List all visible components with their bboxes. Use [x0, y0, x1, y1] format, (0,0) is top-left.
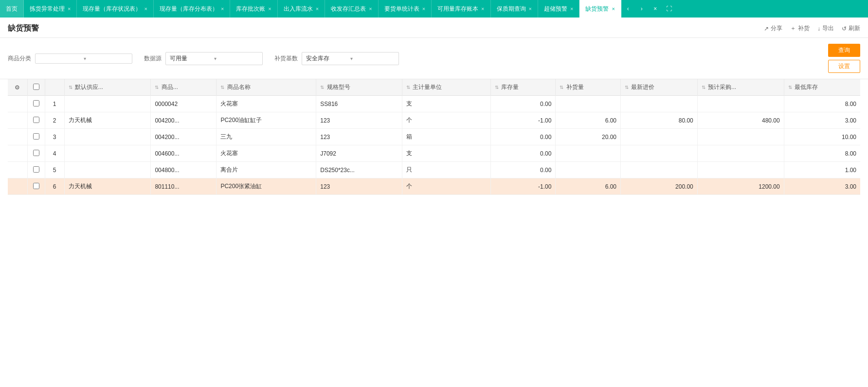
row-checkbox-cell[interactable]	[27, 112, 45, 129]
gear-icon: ⚙	[15, 84, 20, 91]
close-tab-requisition-stats[interactable]: ×	[422, 6, 425, 12]
row-checkbox-cell[interactable]	[27, 145, 45, 162]
tab-receive-summary[interactable]: 收发存汇总表 ×	[325, 0, 378, 18]
row-estimated-purchase	[697, 145, 784, 162]
close-tab-receive-summary[interactable]: ×	[369, 6, 372, 12]
tab-overstock-warning[interactable]: 超储预警 ×	[538, 0, 579, 18]
col-header-min-stock[interactable]: ⇅ 最低库存	[784, 79, 860, 96]
row-spec: SS816	[316, 96, 402, 112]
row-checkbox[interactable]	[33, 100, 39, 106]
tab-expiry-query[interactable]: 保质期查询 ×	[491, 0, 538, 18]
row-checkbox[interactable]	[33, 183, 39, 189]
row-product-code: 0000042	[151, 96, 217, 112]
row-checkbox-cell[interactable]	[27, 129, 45, 145]
row-gear-cell	[8, 112, 27, 129]
export-button[interactable]: ↓ 导出	[817, 24, 834, 33]
tab-batch-account[interactable]: 库存批次账 ×	[230, 0, 277, 18]
replenish-base-label: 补货基数	[274, 54, 298, 63]
row-min-stock: 3.00	[784, 112, 860, 129]
table-header-row: ⚙ ⇅ 默认供应... ⇅ 商品... ⇅	[8, 79, 860, 96]
row-checkbox[interactable]	[33, 117, 39, 123]
query-button[interactable]: 查询	[828, 44, 860, 57]
tab-current-stock-dist[interactable]: 现存量（库存分布表） ×	[154, 0, 230, 18]
refresh-button[interactable]: ↺ 刷新	[842, 24, 860, 33]
row-replenish-qty	[556, 162, 621, 178]
col-header-unit[interactable]: ⇅ 主计量单位	[402, 79, 490, 96]
tab-shortage-warning[interactable]: 缺货预警 ×	[579, 0, 621, 18]
header-actions: ↗ 分享 ＋ 补货 ↓ 导出 ↺ 刷新	[764, 24, 860, 33]
col-header-stock[interactable]: ⇅ 库存量	[490, 79, 556, 96]
category-select[interactable]: ▾	[35, 53, 132, 64]
close-tab-current-stock-status[interactable]: ×	[144, 6, 147, 12]
col-header-gear[interactable]: ⚙	[8, 79, 27, 96]
col-header-default-supplier[interactable]: ⇅ 默认供应...	[64, 79, 151, 96]
tab-prev-btn[interactable]: ‹	[621, 0, 635, 18]
sort-icon-supplier: ⇅	[69, 85, 72, 90]
col-header-checkbox[interactable]	[27, 79, 45, 96]
tab-requisition-stats[interactable]: 要货单统计表 ×	[379, 0, 432, 18]
replenish-icon: ＋	[790, 24, 796, 33]
row-checkbox-cell[interactable]	[27, 178, 45, 195]
tab-current-stock-status[interactable]: 现存量（库存状况表） ×	[77, 0, 153, 18]
tab-next-btn[interactable]: ›	[635, 0, 649, 18]
row-estimated-purchase: 1200.00	[697, 178, 784, 195]
datasource-select[interactable]: 可用量 ▾	[165, 52, 263, 65]
tab-home[interactable]: 首页	[0, 0, 24, 18]
tab-pick-exception[interactable]: 拣货异常处理 ×	[24, 0, 77, 18]
row-unit: 个	[402, 178, 490, 195]
row-replenish-qty	[556, 145, 621, 162]
row-product-name: 火花塞	[217, 145, 316, 162]
col-header-replenish-qty[interactable]: ⇅ 补货量	[556, 79, 621, 96]
row-replenish-qty: 6.00	[556, 178, 621, 195]
tab-inout-flow[interactable]: 出入库流水 ×	[278, 0, 325, 18]
row-num: 3	[45, 129, 64, 145]
table-row: 1 0000042 火花塞 SS816 支 0.00 8.00	[8, 96, 860, 112]
main-content: 缺货预警 ↗ 分享 ＋ 补货 ↓ 导出 ↺ 刷新 商品分类	[0, 18, 868, 387]
row-num: 4	[45, 145, 64, 162]
row-product-name: 离合片	[217, 162, 316, 178]
tab-available-ledger[interactable]: 可用量库存账本 ×	[432, 0, 490, 18]
table-row: 6 力天机械 801110... PC200张紧油缸 123 个 -1.00 6…	[8, 178, 860, 195]
row-checkbox-cell[interactable]	[27, 162, 45, 178]
row-checkbox[interactable]	[33, 166, 39, 173]
close-tab-shortage-warning[interactable]: ×	[612, 6, 615, 12]
col-header-estimated-purchase[interactable]: ⇅ 预计采购...	[697, 79, 784, 96]
row-spec: DS250*23c...	[316, 162, 402, 178]
replenish-base-select[interactable]: 安全库存 ▾	[302, 52, 399, 65]
filter-actions: 查询 设置	[828, 44, 860, 73]
sort-icon-min-stock: ⇅	[788, 85, 792, 90]
refresh-icon: ↺	[842, 25, 847, 32]
row-checkbox[interactable]	[33, 133, 39, 140]
category-label: 商品分类	[8, 54, 31, 63]
row-latest-price	[620, 129, 697, 145]
row-checkbox[interactable]	[33, 150, 39, 156]
tab-fullscreen-btn[interactable]: ⛶	[662, 0, 676, 18]
row-stock: 0.00	[490, 162, 556, 178]
close-tab-available-ledger[interactable]: ×	[481, 6, 484, 12]
row-checkbox-cell[interactable]	[27, 96, 45, 112]
col-header-latest-price[interactable]: ⇅ 最新进价	[620, 79, 697, 96]
sort-icon-name: ⇅	[220, 85, 224, 90]
datasource-filter-group: 数据源 可用量 ▾	[144, 52, 263, 65]
close-tab-pick-exception[interactable]: ×	[68, 6, 71, 12]
row-min-stock: 10.00	[784, 129, 860, 145]
col-header-spec[interactable]: ⇅ 规格型号	[316, 79, 402, 96]
row-unit: 支	[402, 145, 490, 162]
close-tab-current-stock-dist[interactable]: ×	[221, 6, 224, 12]
page-header: 缺货预警 ↗ 分享 ＋ 补货 ↓ 导出 ↺ 刷新	[0, 18, 868, 38]
close-tab-expiry-query[interactable]: ×	[529, 6, 532, 12]
row-spec: J7092	[316, 145, 402, 162]
close-tab-inout-flow[interactable]: ×	[316, 6, 319, 12]
row-latest-price	[620, 145, 697, 162]
select-all-checkbox[interactable]	[33, 84, 39, 90]
settings-button[interactable]: 设置	[828, 60, 860, 73]
row-estimated-purchase	[697, 129, 784, 145]
col-header-product-code[interactable]: ⇅ 商品...	[151, 79, 217, 96]
close-tab-overstock-warning[interactable]: ×	[570, 6, 573, 12]
tab-close-btn[interactable]: ×	[649, 0, 662, 18]
replenish-button[interactable]: ＋ 补货	[790, 24, 810, 33]
replenish-base-filter-group: 补货基数 安全库存 ▾	[274, 52, 399, 65]
share-button[interactable]: ↗ 分享	[764, 24, 782, 33]
close-tab-batch-account[interactable]: ×	[268, 6, 271, 12]
col-header-product-name[interactable]: ⇅ 商品名称	[217, 79, 316, 96]
